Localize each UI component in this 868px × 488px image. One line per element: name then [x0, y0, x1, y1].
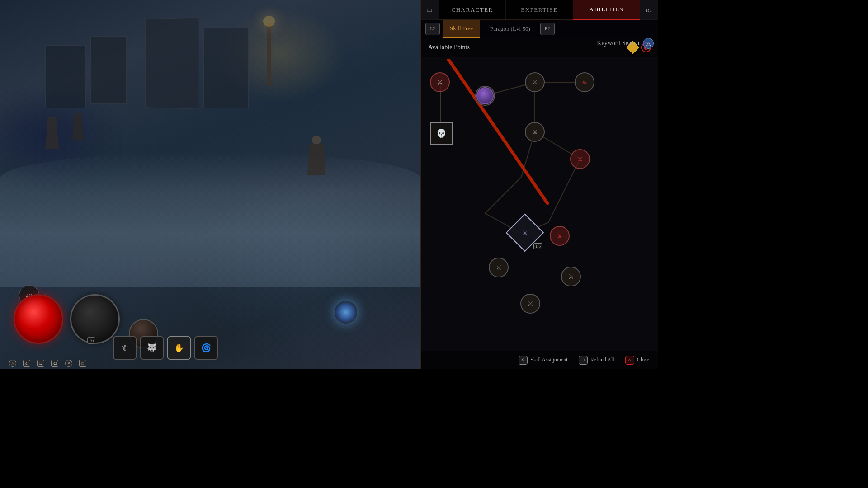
skill-tree-area: ⚔ 💀 ⚔ ☠ ⚔ ⚔ ⚔ 1/5	[421, 59, 658, 351]
ground-portal	[335, 301, 357, 324]
skill-node-below-right[interactable]: ⚔	[561, 267, 581, 286]
node-5-icon: ☠	[582, 79, 588, 86]
sub-badge-l2: L2	[425, 23, 440, 35]
skill-slot-1[interactable]: 🗡	[113, 336, 137, 360]
tab-abilities[interactable]: ABILITIES	[573, 0, 640, 20]
prompt-cross: ✕	[65, 360, 72, 367]
nav-badge-r1: R1	[640, 0, 658, 20]
prompt-triangle: △	[9, 360, 16, 367]
refund-all-label: Refund All	[590, 357, 614, 363]
skill-assignment-icon: ⚙	[521, 358, 525, 362]
node-7-icon: ⚔	[577, 155, 583, 163]
prompt-r2: R2	[51, 360, 58, 367]
svg-line-7	[485, 177, 521, 213]
diamond-content: ⚔	[522, 229, 528, 237]
button-prompts: △ R1 L2 R2 ✕ □	[0, 358, 262, 369]
skill-slot-2[interactable]: 🐺	[140, 336, 164, 360]
bottom-bar: ⚙ Skill Assignment □ Refund All ○ Close	[421, 351, 658, 369]
close-label: Close	[637, 357, 649, 363]
skill-assignment-label: Skill Assignment	[530, 357, 567, 363]
keyword-search-icon: △	[643, 38, 654, 49]
main-diamond-node[interactable]: ⚔ 1/5	[509, 217, 541, 249]
node-6-icon: ⚔	[532, 128, 538, 136]
keyword-search-label: Keyword Search	[597, 40, 639, 47]
skill-assignment-btn: ⚙	[519, 356, 528, 365]
main-node-rank-badge: 1/5	[533, 243, 542, 249]
prompt-square: □	[79, 360, 86, 367]
node-1-icon: ⚔	[437, 78, 443, 87]
npc-figure-2	[72, 113, 84, 140]
skill-node-1[interactable]: ⚔	[430, 72, 450, 92]
resource-orb	[70, 294, 120, 344]
skill-node-5[interactable]: ☠	[575, 72, 594, 92]
skill-node-7[interactable]: ⚔	[570, 149, 590, 169]
available-points-label: Available Points	[428, 44, 625, 51]
close-icon: ○	[628, 358, 631, 362]
level-badge: 16	[87, 337, 95, 344]
refund-all-icon: □	[582, 358, 584, 362]
right-panel: L1 CHARACTER EXPERTISE ABILITIES R1 L2 S…	[420, 0, 658, 369]
building-2	[90, 36, 127, 104]
sub-tab-paragon[interactable]: Paragon (Lvl 50)	[483, 25, 538, 33]
node-below-right-icon: ⚔	[568, 273, 574, 281]
skill-node-bottom[interactable]: ⚔	[520, 294, 540, 314]
refund-all-btn: □	[579, 356, 588, 365]
sub-nav: L2 Skill Tree Paragon (Lvl 50) R2	[421, 20, 658, 38]
search-triangle-icon: △	[646, 40, 651, 47]
death-blow-icon: 💀	[436, 128, 446, 138]
skill-slot-3[interactable]: ✋	[167, 336, 191, 360]
prompt-r1: R1	[23, 360, 30, 367]
skill-bar: 🗡 🐺 ✋ 🌀	[113, 336, 218, 360]
building-4	[45, 45, 86, 108]
skill-node-2[interactable]	[475, 86, 495, 106]
skill-node-below-left[interactable]: ⚔	[489, 258, 509, 277]
player-character	[303, 136, 330, 181]
top-nav: L1 CHARACTER EXPERTISE ABILITIES R1	[421, 0, 658, 20]
node-4-icon: ⚔	[532, 79, 538, 86]
refund-all-action[interactable]: □ Refund All	[579, 356, 614, 365]
skill-slot-4[interactable]: 🌀	[194, 336, 218, 360]
sub-tab-skilltree[interactable]: Skill Tree	[443, 20, 480, 38]
tab-expertise[interactable]: EXPERTISE	[506, 0, 573, 20]
prompt-l2: L2	[37, 360, 44, 367]
sub-badge-r2: R2	[540, 23, 555, 35]
death-blow-node[interactable]: 💀	[430, 122, 453, 145]
node-2-orb	[476, 87, 494, 104]
nav-badge-l1: L1	[421, 0, 439, 20]
skill-node-4[interactable]: ⚔	[525, 72, 545, 92]
close-btn[interactable]: ○	[625, 356, 634, 365]
svg-line-8	[548, 159, 580, 222]
building-3	[203, 27, 249, 108]
tab-character[interactable]: CHARACTER	[439, 0, 506, 20]
hud-bottom-left: 4/4 L1 16 🗡 🐺 ✋ 🌀 △ R1 L2 R2 ✕ □	[0, 287, 262, 369]
keyword-search[interactable]: Keyword Search △	[597, 38, 654, 49]
skill-assignment-action[interactable]: ⚙ Skill Assignment	[519, 356, 567, 365]
close-action[interactable]: ○ Close	[625, 356, 649, 365]
node-below-left-icon: ⚔	[496, 264, 502, 272]
health-orb	[14, 294, 63, 344]
node-right-diamond-icon: ⚔	[557, 232, 563, 240]
building-1	[145, 17, 199, 109]
lamppost	[267, 23, 271, 86]
npc-figure-1	[45, 117, 59, 149]
skill-node-6[interactable]: ⚔	[525, 122, 545, 142]
lamp-glow	[263, 16, 275, 27]
game-world: 4/4 L1 16 🗡 🐺 ✋ 🌀 △ R1 L2 R2 ✕ □	[0, 0, 420, 369]
skill-node-right-diamond[interactable]: ⚔	[550, 226, 570, 246]
snow-ground	[0, 152, 420, 287]
node-bottom-icon: ⚔	[528, 300, 533, 308]
